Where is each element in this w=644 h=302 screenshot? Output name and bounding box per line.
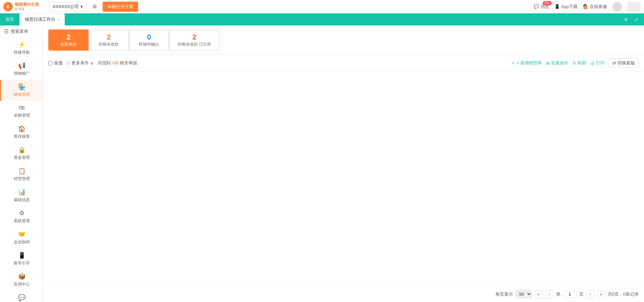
pagination: 每页显示 50 « ‹ 第 页 › » 共0页，0条记录 <box>43 286 644 302</box>
tab-cash-flow[interactable]: 钱货日清工作台 × <box>19 13 65 25</box>
tab-home-label: 首页 <box>5 16 14 22</box>
nav-tabs-right: ✕ ⤢ <box>622 15 644 23</box>
sidebar-item-guide[interactable]: 📱 新手引导 <box>0 248 43 269</box>
stat-card-overdue[interactable]: 2 到期未收款 <box>89 29 129 51</box>
system-label: 系统管理 <box>14 218 30 224</box>
quick-nav-icon: ⚡ <box>18 41 25 48</box>
batch-label: 批量操作 <box>551 60 569 66</box>
sidebar: ☰ 搜索菜单 ⚡ 快捷导航 📢 营销推广 🏪 销售管理 🛍 采购管理 🏠 库存核… <box>0 25 43 302</box>
avatar[interactable] <box>612 2 622 11</box>
purchase-label: 采购管理 <box>14 113 30 118</box>
result-prefix: 共找到 <box>98 60 111 65</box>
prev-page-button[interactable]: ‹ <box>545 290 553 298</box>
refresh-button[interactable]: ↻ 刷新 <box>573 60 586 66</box>
stat-num-overdue: 2 <box>107 33 111 42</box>
operations-icon: 📋 <box>18 167 25 175</box>
toolbar-right: ＋ + 新增销货单 ⊞ 批量操作 ↻ 刷新 🖨 打印 ⇄ 切换新版 <box>511 58 639 68</box>
content-area: 2 全部单据 2 到期未收款 0 旺铺待确认 2 到期未收款 已出库 全选 <box>43 25 644 302</box>
page-number-input[interactable] <box>563 291 577 298</box>
result-suffix: 相关单据 <box>120 60 137 65</box>
tab-close-icon[interactable]: × <box>57 17 59 21</box>
stat-card-all[interactable]: 2 全部单据 <box>48 29 89 51</box>
nav-expand-button[interactable]: ⤢ <box>633 15 641 23</box>
result-num: 0条 <box>112 60 119 65</box>
inventory-icon: 🏠 <box>18 125 25 132</box>
message-icon: 💬 <box>534 4 539 9</box>
batch-operation-button[interactable]: ⊞ 批量操作 <box>546 60 569 66</box>
basic-info-icon: 📊 <box>18 188 25 196</box>
select-all-checkbox[interactable]: 全选 <box>48 60 63 66</box>
inventory-label: 库存核算 <box>14 134 30 139</box>
experience-button[interactable]: 体验行业方案 <box>103 2 138 12</box>
print-label: 打印 <box>596 60 605 66</box>
app-download-button[interactable]: 📱 App下载 <box>554 4 578 10</box>
select-all-input[interactable] <box>48 61 53 65</box>
system-icon: ⚙ <box>19 209 24 217</box>
main-layout: ☰ 搜索菜单 ⚡ 快捷导航 📢 营销推广 🏪 销售管理 🛍 采购管理 🏠 库存核… <box>0 25 644 302</box>
logo-area: 6 畅捷通好生意 标准版 <box>3 2 39 11</box>
quick-nav-label: 快捷导航 <box>14 50 30 55</box>
batch-icon: ⊞ <box>546 61 550 66</box>
sidebar-item-app-center[interactable]: 📦 应用中心 <box>0 269 43 291</box>
online-service-icon: 💁 <box>583 4 588 9</box>
header-right: 💬 消息 99+ 📱 App下载 💁 在线客服 <box>534 2 641 11</box>
logo-text: 畅捷通好生意 标准版 <box>15 2 39 11</box>
filter-chevron: ∨ <box>90 61 94 66</box>
filter-label: 更多条件 <box>71 60 89 66</box>
settings-button[interactable]: ⚙ <box>90 2 99 11</box>
message-button[interactable]: 💬 消息 99+ <box>534 4 549 10</box>
nav-close-button[interactable]: ✕ <box>622 15 630 23</box>
sales-icon: 🏪 <box>18 83 25 90</box>
online-service-button[interactable]: 💁 在线客服 <box>583 4 607 10</box>
header-left: 6 畅捷通好生意 标准版 XXXXXX公司 ▾ ⚙ 体验行业方案 <box>3 2 138 12</box>
sidebar-item-inventory[interactable]: 🏠 库存核算 <box>0 122 43 143</box>
marketing-icon: 📢 <box>18 62 25 69</box>
sidebar-item-wechat[interactable]: 💬 企业微信 <box>0 291 43 302</box>
sidebar-item-cooperation[interactable]: 🤝 企业协同 <box>0 227 43 248</box>
app-download-label: App下载 <box>561 4 578 10</box>
stat-card-pending[interactable]: 0 旺铺待确认 <box>129 29 169 51</box>
company-selector[interactable]: XXXXXX公司 ▾ <box>49 2 87 11</box>
refresh-icon: ↻ <box>573 61 576 66</box>
logo-subtitle: 标准版 <box>15 7 39 11</box>
sidebar-item-sales[interactable]: 🏪 销售管理 <box>0 80 43 101</box>
page-label: 第 <box>556 291 560 297</box>
toolbar: 全选 ▽ 更多条件 ∨ 共找到 0条 相关单据 ＋ + 新增销货单 <box>43 55 644 71</box>
sidebar-search-label: 搜索菜单 <box>11 28 28 35</box>
per-page-select[interactable]: 50 <box>516 290 532 298</box>
purchase-icon: 🛍 <box>19 104 25 111</box>
stat-card-shipped[interactable]: 2 到期未收款 已出库 <box>169 29 220 51</box>
header: 6 畅捷通好生意 标准版 XXXXXX公司 ▾ ⚙ 体验行业方案 💬 消息 99… <box>0 0 644 13</box>
marketing-label: 营销推广 <box>14 71 30 76</box>
switch-label: 切换新版 <box>618 60 635 66</box>
app-center-label: 应用中心 <box>14 282 30 287</box>
stat-label-pending: 旺铺待确认 <box>139 42 159 47</box>
sidebar-item-quick-nav[interactable]: ⚡ 快捷导航 <box>0 38 43 59</box>
logo-icon: 6 <box>3 2 13 11</box>
message-badge: 99+ <box>543 1 552 5</box>
first-page-button[interactable]: « <box>535 290 543 298</box>
sidebar-item-marketing[interactable]: 📢 营销推广 <box>0 59 43 80</box>
sidebar-item-system[interactable]: ⚙ 系统管理 <box>0 206 43 227</box>
guide-label: 新手引导 <box>14 260 30 266</box>
per-page-label: 每页显示 <box>495 291 513 297</box>
add-sales-order-button[interactable]: ＋ + 新增销货单 <box>511 60 542 66</box>
table-area <box>43 71 644 286</box>
stat-label-all: 全部单据 <box>60 42 76 47</box>
switch-version-button[interactable]: ⇄ 切换新版 <box>609 58 639 68</box>
tab-home[interactable]: 首页 <box>0 13 19 25</box>
print-button[interactable]: 🖨 打印 <box>590 60 605 66</box>
company-dropdown-icon: ▾ <box>80 4 83 9</box>
sidebar-item-finance[interactable]: 🔒 资金管理 <box>0 143 43 164</box>
sidebar-item-basic-info[interactable]: 📊 基础信息 <box>0 185 43 206</box>
stat-num-all: 2 <box>66 33 70 42</box>
sidebar-item-purchase[interactable]: 🛍 采购管理 <box>0 101 43 122</box>
filter-button[interactable]: ▽ 更多条件 ∨ <box>67 60 94 66</box>
sidebar-item-operations[interactable]: 📋 经营管理 <box>0 164 43 185</box>
last-page-button[interactable]: » <box>597 290 605 298</box>
sidebar-search[interactable]: ☰ 搜索菜单 <box>0 25 43 38</box>
guide-icon: 📱 <box>18 252 25 259</box>
next-page-button[interactable]: › <box>586 290 594 298</box>
nav-tabs: 首页 钱货日清工作台 × ✕ ⤢ <box>0 13 644 25</box>
stat-label-overdue: 到期未收款 <box>99 42 119 47</box>
